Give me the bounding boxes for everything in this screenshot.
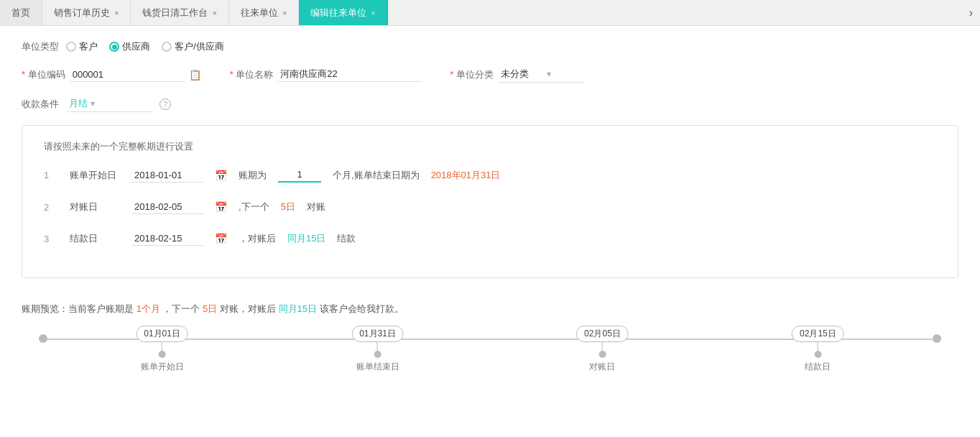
- start-date-input[interactable]: [131, 168, 203, 183]
- step-2: 2: [44, 202, 58, 213]
- step-1: 1: [44, 170, 58, 180]
- unit-type-radio-group: 客户 供应商 客户/供应商: [66, 40, 224, 53]
- tl-name-4: 结款日: [805, 361, 831, 373]
- unit-code-input[interactable]: [70, 68, 185, 82]
- preview-suffix: 该客户会给我打款。: [320, 303, 404, 314]
- payment-terms-row: 收款条件 月结 ▾ ?: [22, 96, 958, 112]
- preview-highlight-2: 5日: [203, 303, 217, 314]
- period-months-input[interactable]: [278, 167, 321, 183]
- payment-terms-select[interactable]: 月结 ▾: [66, 96, 152, 112]
- unit-category-value: 未分类: [501, 68, 544, 80]
- tab-home-label: 首页: [11, 6, 30, 19]
- period-suffix-before: 账期为: [239, 169, 267, 182]
- payment-suffix: 结款: [337, 232, 356, 245]
- tab-bar: 首页 销售订单历史 × 钱货日清工作台 × 往来单位 × 编辑往来单位 × ›: [0, 0, 980, 26]
- unit-details-row: 单位编码 📋 单位名称 单位分类 未分类 ▾: [22, 66, 958, 83]
- payment-highlight: 同月15日: [287, 232, 325, 245]
- radio-supplier-label: 供应商: [122, 40, 150, 53]
- tab-cash-reconciliation[interactable]: 钱货日清工作台 ×: [131, 0, 228, 25]
- unit-category-select[interactable]: 未分类 ▾: [498, 66, 584, 83]
- tab-cash-reconciliation-label: 钱货日清工作台: [142, 6, 208, 19]
- payment-terms-value: 月结: [69, 97, 88, 110]
- main-content: 单位类型 客户 供应商 客户/供应商 单位编码 📋 单位名称: [0, 26, 980, 437]
- tl-pill-3: 02月05日: [576, 326, 629, 342]
- tab-partner-units[interactable]: 往来单位 ×: [229, 0, 299, 25]
- period-row-1: 1 账单开始日 📅 账期为 个月,账单结束日期为 2018年01月31日: [44, 167, 936, 183]
- tl-pill-2: 01月31日: [351, 326, 404, 342]
- tl-pill-1: 01月01日: [136, 326, 188, 342]
- radio-both-label: 客户/供应商: [175, 40, 224, 53]
- close-icon[interactable]: ×: [282, 9, 287, 17]
- tl-connector-2: [377, 342, 378, 351]
- timeline: 01月01日 账单开始日 01月31日 账单结束日 02月05日 对账日 02月…: [22, 326, 958, 383]
- copy-icon[interactable]: 📋: [189, 69, 201, 80]
- tl-connector-4: [818, 342, 818, 351]
- reconcile-prefix: ,下一个: [239, 201, 269, 213]
- period-suffix-after: 个月,账单结束日期为: [333, 169, 420, 182]
- radio-customer-label: 客户: [79, 40, 98, 53]
- preview-mid1: ，下一个: [162, 303, 200, 314]
- tl-circle-3: [598, 351, 606, 358]
- unit-category-field: 单位分类 未分类 ▾: [450, 66, 584, 83]
- timeline-node-4: 02月15日 结款日: [792, 326, 844, 373]
- step-3: 3: [44, 234, 58, 244]
- calendar-icon-3[interactable]: 📅: [215, 233, 227, 244]
- close-icon[interactable]: ×: [371, 9, 375, 17]
- help-icon[interactable]: ?: [160, 98, 171, 110]
- tl-name-1: 账单开始日: [141, 361, 184, 373]
- tab-sales-order-history-label: 销售订单历史: [54, 6, 110, 19]
- period-row-3: 3 结款日 📅 ，对账后 同月15日 结款: [44, 231, 936, 246]
- radio-both[interactable]: 客户/供应商: [162, 40, 224, 53]
- period-row-2: 2 对账日 📅 ,下一个 5日 对账: [44, 200, 936, 214]
- tab-edit-partner-unit-label: 编辑往来单位: [310, 6, 366, 19]
- tab-home[interactable]: 首页: [0, 0, 42, 25]
- payment-terms-label: 收款条件: [22, 98, 59, 111]
- unit-name-label: 单位名称: [230, 68, 274, 81]
- period-box-title: 请按照未来的一个完整帐期进行设置: [44, 140, 936, 153]
- unit-type-label: 单位类型: [22, 40, 59, 53]
- tl-connector-3: [602, 342, 603, 351]
- close-icon[interactable]: ×: [212, 9, 216, 17]
- radio-supplier[interactable]: 供应商: [109, 40, 150, 53]
- preview-mid2: 对账，对账后: [220, 303, 276, 314]
- unit-code-field: 单位编码 📋: [22, 68, 201, 82]
- tl-connector-1: [162, 342, 162, 351]
- payment-prefix: ，对账后: [239, 232, 276, 245]
- radio-both-circle: [162, 42, 172, 52]
- timeline-right-dot: [933, 334, 941, 343]
- radio-customer[interactable]: 客户: [66, 40, 98, 53]
- tl-circle-4: [814, 351, 821, 358]
- reconcile-highlight: 5日: [281, 201, 295, 213]
- unit-type-row: 单位类型 客户 供应商 客户/供应商: [22, 40, 958, 53]
- period-label-3: 结款日: [70, 232, 120, 245]
- tl-pill-4: 02月15日: [792, 326, 844, 342]
- period-settings-box: 请按照未来的一个完整帐期进行设置 1 账单开始日 📅 账期为 个月,账单结束日期…: [22, 125, 958, 278]
- preview-highlight-1: 1个月: [137, 303, 160, 314]
- timeline-node-2: 01月31日 账单结束日: [351, 326, 404, 373]
- unit-name-field: 单位名称: [230, 68, 422, 82]
- dropdown-icon: ▾: [547, 69, 551, 79]
- timeline-left-dot: [39, 334, 47, 343]
- tl-circle-2: [374, 351, 382, 358]
- tl-name-3: 对账日: [589, 361, 615, 373]
- tab-partner-units-label: 往来单位: [241, 6, 278, 19]
- period-label-2: 对账日: [70, 201, 120, 213]
- payment-dropdown-icon: ▾: [91, 98, 95, 109]
- radio-supplier-circle: [109, 42, 119, 52]
- tab-edit-partner-unit[interactable]: 编辑往来单位 ×: [299, 0, 387, 25]
- period-label-1: 账单开始日: [70, 169, 120, 182]
- preview-prefix: 账期预览：当前客户账期是: [22, 303, 134, 314]
- tab-more-button[interactable]: ›: [962, 0, 980, 25]
- period-end-date: 2018年01月31日: [431, 169, 501, 182]
- unit-name-input[interactable]: [277, 68, 421, 82]
- calendar-icon-1[interactable]: 📅: [215, 170, 227, 181]
- calendar-icon-2[interactable]: 📅: [215, 201, 227, 213]
- timeline-node-1: 01月01日 账单开始日: [136, 326, 188, 373]
- payment-date-input[interactable]: [131, 231, 203, 246]
- unit-code-label: 单位编码: [22, 68, 65, 81]
- close-icon[interactable]: ×: [114, 9, 119, 17]
- reconcile-date-input[interactable]: [131, 200, 203, 214]
- tab-sales-order-history[interactable]: 销售订单历史 ×: [42, 0, 131, 25]
- timeline-node-3: 02月05日 对账日: [576, 326, 629, 373]
- reconcile-suffix: 对账: [307, 201, 325, 213]
